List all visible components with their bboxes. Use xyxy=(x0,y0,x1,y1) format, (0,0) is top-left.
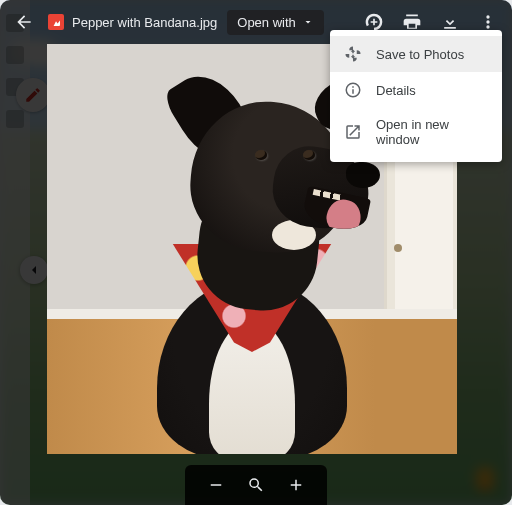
menu-item-label: Details xyxy=(376,83,416,98)
menu-item-details[interactable]: Details xyxy=(330,72,502,108)
zoom-out-button[interactable] xyxy=(205,474,227,496)
zoom-in-button[interactable] xyxy=(285,474,307,496)
menu-item-save-to-photos[interactable]: Save to Photos xyxy=(330,36,502,72)
more-vert-icon xyxy=(478,12,498,32)
open-in-new-icon xyxy=(344,123,362,141)
add-to-drive-icon xyxy=(364,12,384,32)
menu-item-label: Open in new window xyxy=(376,117,488,147)
download-icon xyxy=(440,12,460,32)
zoom-toolbar xyxy=(185,465,327,505)
back-button[interactable] xyxy=(10,8,38,36)
caret-down-icon xyxy=(302,16,314,28)
open-with-label: Open with xyxy=(237,15,296,30)
plus-icon xyxy=(287,476,305,494)
print-icon xyxy=(402,12,422,32)
photos-icon xyxy=(344,45,362,63)
zoom-reset-button[interactable] xyxy=(245,474,267,496)
app-stage: Pepper with Bandana.jpg Open with xyxy=(0,0,512,505)
menu-item-open-new-window[interactable]: Open in new window xyxy=(330,108,502,156)
minus-icon xyxy=(207,476,225,494)
menu-item-label: Save to Photos xyxy=(376,47,464,62)
image-filetype-icon xyxy=(48,14,64,30)
open-with-dropdown[interactable]: Open with xyxy=(227,10,324,35)
more-actions-menu: Save to Photos Details Open in new windo… xyxy=(330,30,502,162)
file-chip[interactable]: Pepper with Bandana.jpg xyxy=(48,14,217,30)
filename-label: Pepper with Bandana.jpg xyxy=(72,15,217,30)
magnify-icon xyxy=(247,476,265,494)
info-icon xyxy=(344,81,362,99)
arrow-back-icon xyxy=(14,12,34,32)
